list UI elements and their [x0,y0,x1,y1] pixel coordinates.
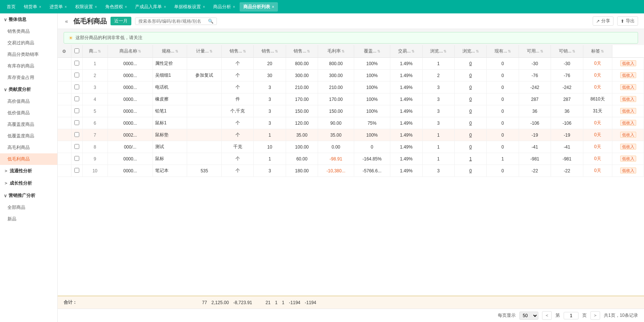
cell-settings [58,93,71,105]
prev-page-btn[interactable]: ＜ [542,311,552,320]
cell-settings [58,141,71,153]
nav-permissions[interactable]: 权限设置 × [71,2,101,12]
row-checkbox[interactable] [74,156,79,161]
nav-template-settings[interactable]: 单据模板设置 × [170,2,209,12]
nav-goods-analysis-list[interactable]: 商品分析列表 × [240,2,278,12]
cell-sale-price: 180.00 [286,165,318,177]
sidebar-item-low-value[interactable]: 低价值商品 [0,107,57,119]
share-button[interactable]: ↗ 分享 [593,16,613,26]
nav-role-auth[interactable]: 角色授权 × [102,2,131,12]
col-code[interactable]: 商...⇅ [82,45,108,58]
sidebar-item-high-coverage[interactable]: 高覆盖度商品 [0,119,57,130]
row-checkbox[interactable] [74,85,79,89]
cell-browse1: 0 [455,82,487,93]
row-checkbox[interactable] [74,96,79,101]
col-current-stock[interactable]: 现有...⇅ [487,45,519,58]
nav-sales[interactable]: 销货单 × [20,2,45,12]
search-icon[interactable]: 🔍 [208,19,214,24]
sidebar-item-low-margin[interactable]: 低毛利商品 [0,153,57,165]
col-trade[interactable]: 交易...⇅ [390,45,422,58]
page-label: 第 [555,312,560,319]
col-sale-price[interactable]: 销售...⇅ [254,45,286,58]
sidebar-item-low-coverage[interactable]: 低覆盖度商品 [0,130,57,142]
col-tag[interactable]: 标签⇅ [583,45,612,58]
sidebar-item-category-rate[interactable]: 商品分类助销率 [0,49,57,60]
nav-product-inbound[interactable]: 产成品入库单 × [131,2,170,12]
row-checkbox[interactable] [74,108,79,113]
col-coverage[interactable]: 覆盖...⇅ [354,45,390,58]
per-page-select[interactable]: 50 20 100 [519,312,538,320]
nav-sales-close[interactable]: × [39,5,41,9]
col-name[interactable]: 商品名称⇅ [108,45,153,58]
cell-code: 000/... [108,141,153,153]
nav-goods-analysis[interactable]: 商品分析 × [209,2,239,12]
settings-icon[interactable]: ⚙ [62,49,66,54]
col-sale-amount[interactable]: 销售...⇅ [286,45,318,58]
sidebar-item-sales-goods[interactable]: 销售类商品 [0,26,57,37]
cell-coverage: 1.49% [390,58,422,70]
cell-sale-qty: 3 [254,82,286,93]
nav-home[interactable]: 首页 [3,2,19,12]
sidebar-item-stocked-goods[interactable]: 有库存的商品 [0,60,57,72]
row-checkbox[interactable] [74,144,79,149]
col-unit[interactable]: 计量...⇅ [187,45,221,58]
row-checkbox[interactable] [74,73,79,77]
next-page-btn[interactable]: ＞ [590,311,600,320]
nav-permissions-close[interactable]: × [95,5,97,9]
cell-trade-times: 1 [422,58,454,70]
footer-cells: 77 2,125.00 -8,723.91 21 1 1 -1194 -1194 [86,300,638,305]
row-checkbox[interactable] [74,61,79,66]
search-input[interactable] [138,19,206,24]
cell-browse1: 0 [455,165,487,177]
col-available-stock[interactable]: 可用...⇅ [519,45,551,58]
sidebar-item-high-value[interactable]: 高价值商品 [0,96,57,107]
cell-sale-qty: 30 [254,70,286,82]
table-row: 9 0000... 鼠标 个 1 60.00 -98.91 -164.85% 1… [58,153,644,165]
nav-product-inbound-close[interactable]: × [164,5,166,9]
export-button[interactable]: ⬆ 导出 [617,16,638,26]
cell-sale-amount: 300.00 [318,70,354,82]
cell-coverage: 1.49% [390,117,422,129]
sidebar-item-new-goods[interactable]: 新品 [0,213,57,225]
sidebar-item-traded-goods[interactable]: 交易过的商品 [0,37,57,49]
col-browse2[interactable]: 浏览...⇅ [455,45,487,58]
sidebar-item-capital[interactable]: 库存资金占用 [0,72,57,83]
cell-sellable-days: 0天 [583,165,612,177]
cell-sale-qty: 3 [254,93,286,105]
nav-purchase-close[interactable]: × [65,5,67,9]
col-gross-margin[interactable]: 毛利率⇅ [318,45,354,58]
page-suffix: 页 [582,312,587,319]
row-checkbox[interactable] [74,168,79,173]
nav-template-settings-close[interactable]: × [203,5,205,9]
row-checkbox[interactable] [74,132,79,137]
cell-index: 3 [82,82,108,93]
cell-tag: 低收入 [612,129,644,141]
cell-name: 属性定价 [153,58,187,70]
period-button[interactable]: 近一月 [110,17,131,25]
sidebar-item-all-goods[interactable]: 全部商品 [0,202,57,213]
cell-unit: 个 [221,117,253,129]
nav-purchase[interactable]: 进货单 × [46,2,71,12]
top-navigation: 首页 销货单 × 进货单 × 权限设置 × 角色授权 × 产成品入库单 × 单据… [0,0,644,13]
sidebar-item-high-margin[interactable]: 高毛利商品 [0,142,57,153]
col-browse1[interactable]: 浏览...⇅ [422,45,454,58]
nav-goods-analysis-list-close[interactable]: × [272,5,274,9]
cell-sale-price: 35.00 [286,129,318,141]
page-number-input[interactable] [564,312,579,319]
nav-goods-analysis-close[interactable]: × [233,5,235,9]
col-sellable-days[interactable]: 可销...⇅ [551,45,583,58]
sidebar-group-growth[interactable]: ＞ 成长性分析 [0,177,57,189]
sidebar-group-contribution[interactable]: ∨ 类献度分析 [0,83,57,96]
cell-unit: 个 [221,129,253,141]
sidebar-group-marketing[interactable]: ∨ 营销推广分析 [0,189,57,202]
col-spec[interactable]: 规格...⇅ [153,45,187,58]
col-settings[interactable]: ⚙ [58,45,71,58]
sidebar-group-overall[interactable]: ∨ 整体信息 [0,13,57,26]
row-checkbox[interactable] [74,120,79,125]
nav-role-auth-close[interactable]: × [125,5,127,9]
collapse-sidebar-btn[interactable]: « [64,17,70,25]
col-sale-qty[interactable]: 销售...⇅ [221,45,253,58]
footer-sale-price: 2,125.00 [209,300,231,305]
select-all-checkbox[interactable] [74,48,79,53]
sidebar-group-circulation[interactable]: ＞ 流通性分析 [0,165,57,177]
